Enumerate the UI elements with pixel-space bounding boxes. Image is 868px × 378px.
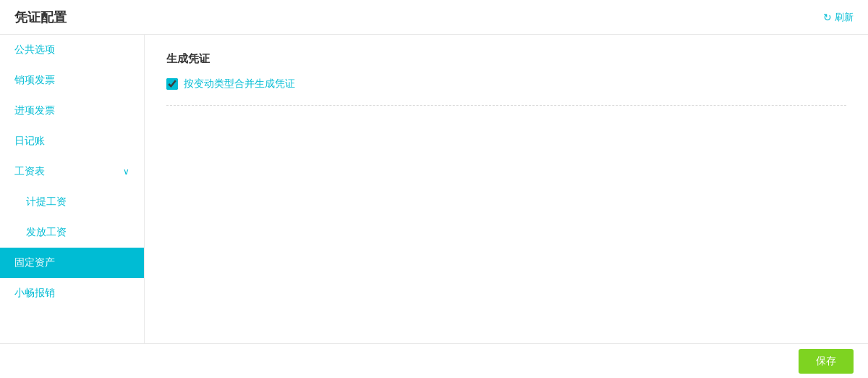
chevron-down-icon: ∨ [123, 167, 129, 177]
sidebar-item-sales-invoice[interactable]: 销项发票 [0, 65, 144, 96]
sidebar: 公共选项销项发票进项发票日记账工资表∨计提工资发放工资固定资产小畅报销 [0, 35, 145, 343]
sidebar-item-public-options[interactable]: 公共选项 [0, 35, 144, 65]
content-area: 生成凭证 按变动类型合并生成凭证 [145, 35, 868, 343]
sidebar-item-label: 计提工资 [26, 196, 67, 209]
sidebar-item-label: 固定资产 [14, 256, 55, 269]
refresh-button[interactable]: ↻ 刷新 [823, 11, 854, 24]
sidebar-item-label: 日记账 [14, 135, 45, 148]
page-header: 凭证配置 ↻ 刷新 [0, 0, 868, 35]
sidebar-item-label: 工资表 [14, 165, 45, 178]
refresh-label: 刷新 [835, 11, 854, 24]
sidebar-item-fixed-assets[interactable]: 固定资产 [0, 248, 144, 278]
sidebar-item-expense-report[interactable]: 小畅报销 [0, 278, 144, 308]
sidebar-item-label: 公共选项 [14, 43, 55, 56]
sidebar-item-purchase-invoice[interactable]: 进项发票 [0, 96, 144, 126]
sidebar-item-label: 销项发票 [14, 74, 55, 87]
sidebar-item-label: 发放工资 [26, 226, 67, 239]
sidebar-item-journal[interactable]: 日记账 [0, 126, 144, 156]
sidebar-item-accrual-salary[interactable]: 计提工资 [0, 187, 144, 217]
page-title: 凭证配置 [14, 9, 67, 26]
sidebar-item-payroll-table[interactable]: 工资表∨ [0, 156, 144, 187]
section-title: 生成凭证 [166, 52, 846, 66]
sidebar-item-payroll-salary[interactable]: 发放工资 [0, 217, 144, 248]
save-button[interactable]: 保存 [799, 349, 854, 374]
merge-checkbox-label[interactable]: 按变动类型合并生成凭证 [184, 77, 295, 91]
refresh-icon: ↻ [823, 12, 832, 23]
main-layout: 公共选项销项发票进项发票日记账工资表∨计提工资发放工资固定资产小畅报销 生成凭证… [0, 35, 868, 343]
checkbox-row: 按变动类型合并生成凭证 [166, 77, 846, 91]
sidebar-item-label: 进项发票 [14, 104, 55, 117]
merge-checkbox[interactable] [166, 78, 178, 90]
page-footer: 保存 [0, 343, 868, 378]
sidebar-item-label: 小畅报销 [14, 287, 55, 300]
section-divider [166, 105, 846, 106]
